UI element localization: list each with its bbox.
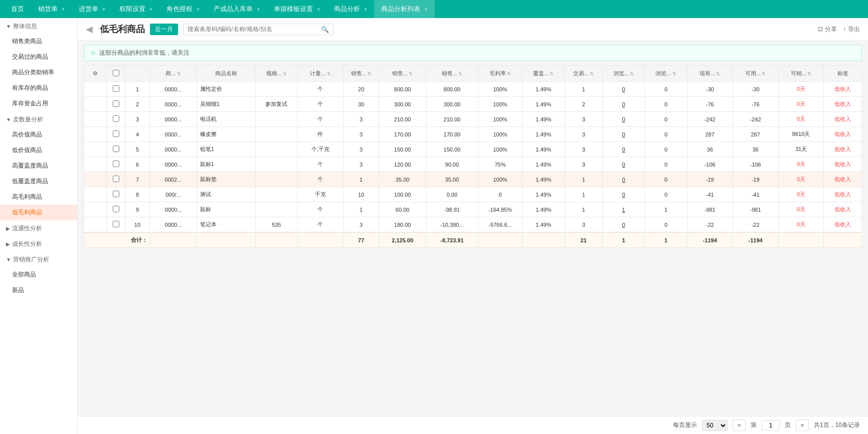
col-qty[interactable]: 销售...⇅ bbox=[343, 66, 379, 82]
sidebar-item-low-gross[interactable]: 低毛利商品 bbox=[0, 205, 77, 220]
nav-close-analysis-list[interactable]: × bbox=[424, 6, 427, 12]
page-size-label: 每页显示 bbox=[673, 421, 697, 429]
col-gross-rate[interactable]: 毛利率⇅ bbox=[478, 66, 522, 82]
sidebar-group-overall[interactable]: ▼ 整体信息 bbox=[0, 18, 77, 34]
prev-page-button[interactable]: ＜ bbox=[733, 419, 746, 431]
sidebar-item-low-value[interactable]: 低价值商品 bbox=[0, 142, 77, 158]
row-gross-rate: 100% bbox=[478, 112, 522, 127]
row-select-checkbox[interactable] bbox=[113, 146, 119, 152]
sidebar-collapse-btn[interactable]: ◀ bbox=[86, 24, 93, 35]
page-size-select[interactable]: 50 100 200 bbox=[702, 420, 728, 431]
row-select-checkbox[interactable] bbox=[113, 221, 119, 227]
row-browse1[interactable]: 0 bbox=[602, 157, 644, 172]
sidebar-item-high-gross[interactable]: 高毛利商品 bbox=[0, 189, 77, 205]
col-spec[interactable]: 规格...⇅ bbox=[255, 66, 297, 82]
nav-close-permission[interactable]: × bbox=[149, 6, 152, 12]
row-select-checkbox[interactable] bbox=[113, 161, 119, 167]
sidebar-group-marketing[interactable]: ▼ 营销推广分析 bbox=[0, 251, 77, 267]
row-browse1[interactable]: 0 bbox=[602, 82, 644, 97]
col-checkbox[interactable] bbox=[107, 66, 125, 82]
row-browse1[interactable]: 0 bbox=[602, 172, 644, 187]
sidebar-item-high-value[interactable]: 高价值商品 bbox=[0, 127, 77, 142]
row-select-checkbox[interactable] bbox=[113, 191, 119, 197]
col-settings[interactable]: ⚙ bbox=[84, 66, 107, 82]
totals-sale-amt: -8,723.91 bbox=[426, 232, 478, 248]
row-select-checkbox[interactable] bbox=[113, 176, 119, 182]
col-sale-price[interactable]: 销售...⇅ bbox=[379, 66, 426, 82]
row-browse1[interactable]: 0 bbox=[602, 217, 644, 233]
row-checkbox[interactable] bbox=[107, 157, 125, 172]
row-settings bbox=[84, 82, 107, 97]
col-browse1[interactable]: 浏览...⇅ bbox=[602, 66, 644, 82]
row-checkbox[interactable] bbox=[107, 202, 125, 217]
row-browse1[interactable]: 0 bbox=[602, 142, 644, 157]
nav-item-analysis-list[interactable]: 商品分析列表 × bbox=[374, 0, 434, 18]
nav-close-role[interactable]: × bbox=[197, 6, 200, 12]
col-current[interactable]: 现有...⇅ bbox=[687, 66, 733, 82]
row-checkbox[interactable] bbox=[107, 97, 125, 112]
nav-close-purchase[interactable]: × bbox=[102, 6, 105, 12]
row-checkbox[interactable] bbox=[107, 82, 125, 97]
nav-item-role[interactable]: 角色授权 × bbox=[159, 0, 207, 18]
row-select-checkbox[interactable] bbox=[113, 115, 119, 122]
nav-close-sales[interactable]: × bbox=[62, 6, 65, 12]
sidebar-item-stock-fund[interactable]: 库存资金占用 bbox=[0, 96, 77, 111]
select-all-checkbox[interactable] bbox=[113, 70, 119, 76]
nav-item-permission[interactable]: 权限设置 × bbox=[112, 0, 159, 18]
nav-close-template[interactable]: × bbox=[317, 6, 320, 12]
col-cover[interactable]: 覆盖...⇅ bbox=[523, 66, 565, 82]
col-code[interactable]: 商...⇅ bbox=[150, 66, 197, 82]
export-button[interactable]: ↑ 导出 bbox=[843, 25, 860, 34]
row-browse1[interactable]: 0 bbox=[602, 97, 644, 112]
search-icon[interactable]: 🔍 bbox=[321, 26, 329, 33]
col-trade[interactable]: 交易...⇅ bbox=[565, 66, 602, 82]
row-checkbox[interactable] bbox=[107, 142, 125, 157]
row-checkbox[interactable] bbox=[107, 187, 125, 202]
row-browse1[interactable]: 0 bbox=[602, 127, 644, 142]
row-select-checkbox[interactable] bbox=[113, 130, 119, 137]
sidebar-group-sell-qty[interactable]: ▼ 卖数量分析 bbox=[0, 111, 77, 127]
nav-close-product[interactable]: × bbox=[257, 6, 260, 12]
row-cover: 1.49% bbox=[523, 82, 565, 97]
sidebar-item-in-stock[interactable]: 有库存的商品 bbox=[0, 80, 77, 96]
col-sellable[interactable]: 可销...⇅ bbox=[778, 66, 824, 82]
col-avail[interactable]: 可用...⇅ bbox=[733, 66, 778, 82]
row-browse1[interactable]: 1 bbox=[602, 202, 644, 217]
nav-item-analysis[interactable]: 商品分析 × bbox=[327, 0, 374, 18]
nav-close-analysis[interactable]: × bbox=[364, 6, 367, 12]
col-sale-amt[interactable]: 销售...⇅ bbox=[426, 66, 478, 82]
row-checkbox[interactable] bbox=[107, 172, 125, 187]
nav-item-product[interactable]: 产成品入库单 × bbox=[207, 0, 267, 18]
row-name: 鼠标垫 bbox=[197, 172, 255, 187]
sidebar-item-sales-products[interactable]: 销售类商品 bbox=[0, 34, 77, 49]
sidebar-group-growth[interactable]: ▶ 成长性分析 bbox=[0, 236, 77, 251]
row-select-checkbox[interactable] bbox=[113, 85, 119, 92]
row-browse1[interactable]: 0 bbox=[602, 187, 644, 202]
nav-item-sales[interactable]: 销货单 × bbox=[31, 0, 72, 18]
nav-item-purchase[interactable]: 进货单 × bbox=[72, 0, 112, 18]
date-filter-button[interactable]: 近一月 bbox=[150, 24, 178, 35]
col-browse2[interactable]: 浏览...⇅ bbox=[645, 66, 687, 82]
sidebar-item-traded[interactable]: 交易过的商品 bbox=[0, 49, 77, 65]
share-button[interactable]: ⊡ 分享 bbox=[818, 25, 837, 34]
sidebar-item-category-rate[interactable]: 商品分类助销率 bbox=[0, 65, 77, 80]
row-checkbox[interactable] bbox=[107, 217, 125, 233]
sidebar-group-flow[interactable]: ▶ 流通性分析 bbox=[0, 220, 77, 236]
export-label: 导出 bbox=[848, 25, 860, 34]
row-checkbox[interactable] bbox=[107, 127, 125, 142]
row-select-checkbox[interactable] bbox=[113, 206, 119, 212]
col-name[interactable]: 商品名称 bbox=[197, 66, 255, 82]
next-page-button[interactable]: ＞ bbox=[796, 419, 809, 431]
row-select-checkbox[interactable] bbox=[113, 100, 119, 107]
sidebar-item-high-coverage[interactable]: 高覆盖度商品 bbox=[0, 158, 77, 174]
row-checkbox[interactable] bbox=[107, 112, 125, 127]
sidebar-item-low-coverage[interactable]: 低覆盖度商品 bbox=[0, 174, 77, 189]
col-unit[interactable]: 计量...⇅ bbox=[298, 66, 343, 82]
row-browse1[interactable]: 0 bbox=[602, 112, 644, 127]
nav-item-template[interactable]: 单据模板设置 × bbox=[267, 0, 327, 18]
sidebar-item-all-products[interactable]: 全部商品 bbox=[0, 267, 77, 282]
page-number-input[interactable] bbox=[762, 420, 780, 430]
nav-item-home[interactable]: 首页 bbox=[4, 0, 31, 18]
sidebar-item-new-products[interactable]: 新品 bbox=[0, 282, 77, 298]
search-input[interactable] bbox=[188, 26, 321, 33]
